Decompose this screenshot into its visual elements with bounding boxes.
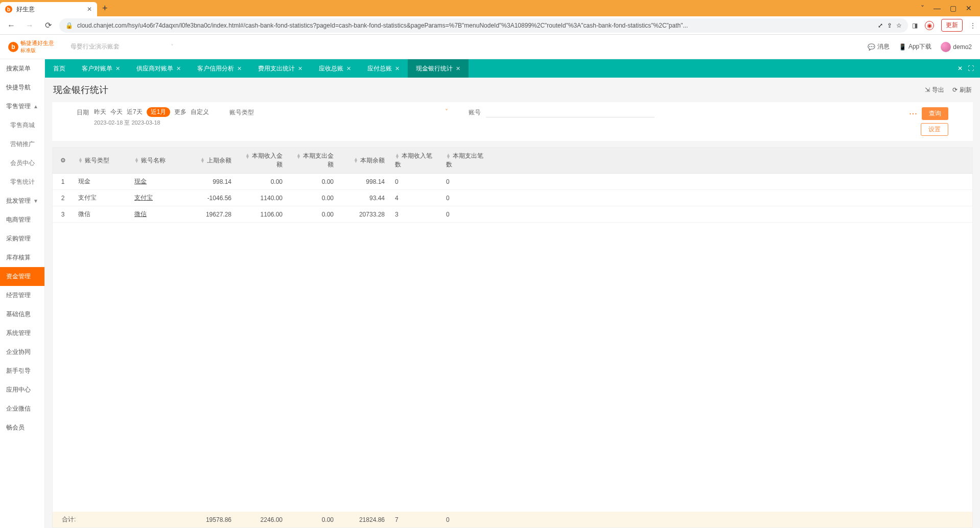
- sidebar-item[interactable]: 畅会员: [0, 418, 44, 437]
- messages-button[interactable]: 💬 消息: [868, 42, 890, 51]
- profile-icon[interactable]: ◉: [925, 21, 934, 30]
- browser-tab[interactable]: b 好生意 ✕: [0, 2, 97, 16]
- install-icon[interactable]: ⤢: [878, 22, 883, 29]
- sidebar-item[interactable]: 企业微信: [0, 399, 44, 418]
- window-close-icon[interactable]: ✕: [966, 4, 972, 12]
- col-expense[interactable]: ▲▼本期支出金额: [288, 148, 339, 174]
- sidebar-item[interactable]: 会员中心: [0, 154, 44, 173]
- sidebar-item[interactable]: 搜索菜单: [0, 59, 44, 78]
- sidebar-item[interactable]: 零售管理▲: [0, 97, 44, 116]
- tab[interactable]: 应付总账✕: [359, 59, 408, 78]
- date-yesterday[interactable]: 昨天: [94, 108, 106, 116]
- sidebar-item[interactable]: 库存核算: [0, 248, 44, 267]
- cell-name-link[interactable]: 微信: [129, 206, 185, 223]
- search-button[interactable]: 查询: [922, 107, 948, 120]
- app-topbar: b 畅捷通好生意 标准版 母婴行业演示账套 ˅ 💬 消息 📱 App下载 dem…: [0, 35, 980, 59]
- date-custom[interactable]: 自定义: [191, 108, 209, 116]
- share-icon[interactable]: ⇪: [887, 22, 892, 29]
- tab[interactable]: 供应商对账单✕: [128, 59, 189, 78]
- close-all-tabs-icon[interactable]: ✕: [958, 65, 963, 72]
- tab-label: 应收总账: [319, 64, 343, 73]
- export-button[interactable]: ⇲ 导出: [925, 86, 944, 94]
- tab-label: 首页: [53, 64, 65, 73]
- sidebar-item-label: 营销推广: [10, 140, 35, 149]
- app-download-button[interactable]: 📱 App下载: [899, 42, 931, 51]
- tab[interactable]: 费用支出统计✕: [250, 59, 311, 78]
- chevron-down-icon[interactable]: ˅: [921, 4, 924, 12]
- col-prev-balance[interactable]: ▲▼上期余额: [185, 148, 237, 174]
- tab-label: 供应商对账单: [136, 64, 173, 73]
- date-last1m[interactable]: 近1月: [147, 107, 171, 117]
- footer-exp-cnt: 0: [441, 512, 492, 527]
- col-account-name[interactable]: ▲▼账号名称: [129, 148, 185, 174]
- close-icon[interactable]: ✕: [237, 65, 242, 72]
- sidebar-item[interactable]: 企业协同: [0, 343, 44, 362]
- cell-name-link[interactable]: 支付宝: [129, 190, 185, 206]
- maximize-icon[interactable]: ▢: [950, 4, 956, 12]
- col-income[interactable]: ▲▼本期收入金额: [237, 148, 288, 174]
- tab[interactable]: 客户对账单✕: [74, 59, 128, 78]
- sidebar-item[interactable]: 快捷导航: [0, 78, 44, 97]
- chevron-down-icon: ▼: [33, 198, 38, 204]
- close-icon[interactable]: ✕: [87, 6, 92, 13]
- tab[interactable]: 现金银行统计✕: [408, 59, 469, 78]
- account-input[interactable]: [486, 107, 655, 117]
- gear-icon: ⚙: [60, 157, 66, 164]
- account-selector[interactable]: 母婴行业演示账套 ˅: [71, 42, 174, 51]
- cell-income: 0.00: [237, 174, 288, 190]
- settings-button[interactable]: 设置: [921, 123, 948, 136]
- user-menu[interactable]: demo2: [941, 42, 972, 52]
- refresh-button[interactable]: ⟳ 刷新: [952, 86, 972, 94]
- reload-button[interactable]: ⟳: [41, 20, 55, 30]
- minimize-icon[interactable]: —: [934, 4, 941, 12]
- close-icon[interactable]: ✕: [395, 65, 400, 72]
- close-icon[interactable]: ✕: [298, 65, 302, 72]
- tab[interactable]: 应收总账✕: [311, 59, 359, 78]
- sidebar-item[interactable]: 电商管理: [0, 210, 44, 229]
- date-more[interactable]: 更多: [174, 108, 186, 116]
- sidebar-item[interactable]: 零售商城: [0, 116, 44, 135]
- col-balance[interactable]: ▲▼本期余额: [339, 148, 390, 174]
- close-icon[interactable]: ✕: [115, 65, 120, 72]
- menu-icon[interactable]: ⋮: [970, 22, 976, 29]
- sidebar-item[interactable]: 新手引导: [0, 362, 44, 380]
- tab-label: 应付总账: [367, 64, 392, 73]
- sidebar-item[interactable]: 经营管理: [0, 286, 44, 305]
- col-income-count[interactable]: ▲▼本期收入笔数: [390, 148, 441, 174]
- cell-name-link[interactable]: 现金: [129, 174, 185, 190]
- tab[interactable]: 首页: [45, 59, 74, 78]
- logo-subtitle: 标准版: [20, 47, 54, 54]
- tab[interactable]: 客户信用分析✕: [189, 59, 250, 78]
- sidebar-item[interactable]: 零售统计: [0, 173, 44, 191]
- extensions-icon[interactable]: ◨: [912, 22, 918, 29]
- footer-inc-cnt: 7: [390, 512, 441, 527]
- more-filters-button[interactable]: ···: [909, 110, 918, 117]
- gear-column[interactable]: ⚙: [53, 148, 73, 174]
- close-icon[interactable]: ✕: [176, 65, 181, 72]
- address-bar[interactable]: 🔒 cloud.chanjet.com/hsy/u4o6r74daqxn/l0f…: [59, 18, 908, 33]
- data-table: ⚙ ▲▼账号类型 ▲▼账号名称 ▲▼上期余额 ▲▼本期收入金额 ▲▼本期支出金额…: [52, 147, 973, 528]
- sidebar-item[interactable]: 基础信息: [0, 305, 44, 324]
- back-button[interactable]: ←: [4, 21, 18, 30]
- app-logo[interactable]: b 畅捷通好生意 标准版: [8, 39, 54, 54]
- fullscreen-icon[interactable]: ⛶: [968, 65, 974, 72]
- date-last7[interactable]: 近7天: [127, 108, 143, 116]
- forward-button[interactable]: →: [22, 21, 37, 30]
- sidebar-item[interactable]: 批发管理▼: [0, 191, 44, 210]
- update-button[interactable]: 更新: [941, 19, 963, 32]
- close-icon[interactable]: ✕: [456, 65, 460, 72]
- sidebar-item[interactable]: 资金管理: [0, 267, 44, 286]
- account-type-select[interactable]: ˅: [259, 107, 448, 117]
- sidebar-item[interactable]: 系统管理: [0, 324, 44, 343]
- table-row: 1现金现金998.140.000.00998.1400: [53, 174, 972, 190]
- col-account-type[interactable]: ▲▼账号类型: [73, 148, 129, 174]
- date-today[interactable]: 今天: [110, 108, 123, 116]
- col-expense-count[interactable]: ▲▼本期支出笔数: [441, 148, 492, 174]
- sidebar-item[interactable]: 应用中心: [0, 380, 44, 399]
- star-icon[interactable]: ☆: [896, 22, 902, 29]
- close-icon[interactable]: ✕: [346, 65, 351, 72]
- sidebar-item[interactable]: 营销推广: [0, 135, 44, 154]
- export-icon: ⇲: [925, 86, 930, 93]
- new-tab-button[interactable]: +: [97, 0, 113, 16]
- sidebar-item[interactable]: 采购管理: [0, 229, 44, 248]
